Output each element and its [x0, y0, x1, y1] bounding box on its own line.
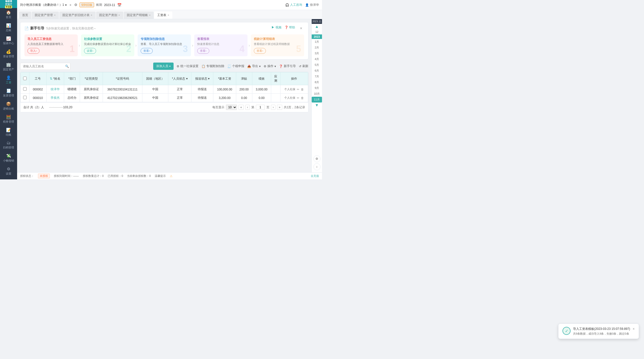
settings-cog-icon[interactable]: ⚙ — [74, 3, 77, 7]
search-icon-btn[interactable]: 🔍 — [65, 65, 69, 68]
ai-service-btn[interactable]: 🎧 人工咨询 — [285, 3, 302, 7]
step3-number: 3 — [183, 44, 188, 54]
tax-declare-action[interactable]: 🧾 个税申报 — [227, 63, 244, 70]
sidebar-item-guide[interactable]: 📖 新手引导 — [0, 178, 17, 179]
tab-home[interactable]: 首页 — [19, 12, 31, 19]
calendar-month-1[interactable]: 1月 — [312, 39, 322, 45]
calendar-month-7[interactable]: 7月 — [312, 74, 322, 79]
version-switch-button[interactable]: 切到旧版 — [79, 3, 94, 7]
first-page-btn[interactable]: « — [238, 105, 244, 110]
sidebar-item-assets[interactable]: 🏢 固定资产 — [0, 60, 17, 73]
calendar-month-9[interactable]: 9月 — [312, 85, 322, 91]
per-page-select[interactable]: 10 20 50 — [226, 105, 237, 110]
sidebar-item-ledger[interactable]: 📊 总账 — [0, 21, 17, 34]
step4-btn[interactable]: 查看› — [197, 48, 209, 54]
special-deduction-action[interactable]: 📋 专项附加扣除 — [202, 63, 224, 70]
footer-dash3: -- — [53, 106, 55, 109]
step3-btn[interactable]: 查看› — [141, 48, 153, 54]
assets-icon: 🏢 — [6, 62, 11, 67]
tab-assets-ledger[interactable]: 固定资产明细账 × — [124, 12, 154, 19]
export-action[interactable]: 📤 导出 ▾ — [247, 63, 261, 70]
sidebar-item-payroll[interactable]: 👤 工资 — [0, 73, 17, 86]
footer-total: 合计 共（2）人 — [23, 105, 44, 110]
sidebar-item-archive[interactable]: 🗂 归档管理 — [0, 139, 17, 151]
social-insurance-action[interactable]: ⚙ 统一社保设置 — [177, 63, 198, 70]
row1-social-ins-btn[interactable]: 个人社保 — [284, 87, 295, 91]
step2-btn[interactable]: 设置› — [84, 48, 96, 54]
sidebar-item-stock[interactable]: 📦 进销台账 — [0, 99, 17, 113]
row1-select[interactable] — [23, 87, 27, 91]
sidebar-item-settings[interactable]: ⚙ 设置 — [0, 165, 17, 178]
refresh-action[interactable]: ↺ 刷新 — [299, 63, 308, 70]
calendar-icon[interactable]: 📅 — [117, 3, 122, 7]
tab-assets-category-label: 固定资产类别 — [99, 13, 117, 17]
guide-action[interactable]: ❓ 新手引导 — [279, 63, 296, 70]
calendar-month-8[interactable]: 8月 — [312, 79, 322, 85]
payroll-table: 工号 ⇅ *姓名 *部门 *证照类型 *证照号码 国籍（地区） *人员状态 ▾ … — [20, 72, 308, 102]
tab-home-label: 首页 — [22, 13, 28, 17]
calendar-month-12[interactable]: 12 — [312, 29, 322, 34]
tab-assets-manage[interactable]: 固定资产管理 × — [32, 12, 59, 19]
sidebar-item-reports[interactable]: 📈 报表中心 — [0, 34, 17, 47]
guide-help-btn[interactable]: ❓ 帮助 — [285, 25, 295, 31]
prev-page-btn[interactable]: ‹ — [245, 105, 250, 110]
guide-video-btn[interactable]: ▶ 视频 — [271, 25, 281, 31]
tab-assets-category[interactable]: 固定资产类别 × — [96, 12, 123, 19]
calendar-up-btn[interactable]: ▲ — [314, 24, 319, 29]
search-input[interactable] — [20, 63, 70, 70]
tab-depreciation[interactable]: 固定资产折旧统计表 × — [59, 12, 96, 19]
col-subsidy: 津贴 — [236, 72, 252, 85]
step5-title: 税款计算明细表 — [254, 37, 301, 41]
sidebar-item-expense[interactable]: 💸 小畅报销 — [0, 151, 17, 165]
last-page-btn[interactable]: » — [277, 105, 282, 110]
tab-depreciation-close[interactable]: × — [91, 14, 93, 17]
user-profile-btn[interactable]: 👤 徐泽华 — [305, 3, 319, 7]
row1-delete-icon[interactable]: 🗑 — [301, 88, 304, 91]
calendar-month-11[interactable]: 11月 — [312, 97, 322, 102]
tab-assets-ledger-close[interactable]: × — [149, 14, 151, 17]
calendar-month-3[interactable]: 3月 — [312, 50, 322, 56]
period-value: 2023-11 — [104, 3, 115, 7]
select-all-checkbox[interactable] — [23, 77, 27, 80]
sidebar-item-close[interactable]: 📝 结账 — [0, 126, 17, 139]
calendar-down-btn[interactable]: ▼ — [314, 102, 319, 108]
calendar-tool-1[interactable]: ⚙ — [313, 155, 320, 162]
tab-assets-category-close[interactable]: × — [118, 14, 120, 17]
sidebar-item-home[interactable]: 🏠 首页 — [0, 8, 17, 21]
calendar-month-5[interactable]: 5月 — [312, 62, 322, 68]
step4-title: 查看报表 — [197, 37, 245, 41]
add-account-icon[interactable]: ＋ — [69, 3, 72, 7]
count-info: 授权数量总计：0 — [83, 174, 104, 178]
sidebar-item-finance[interactable]: 💰 资金管理 — [0, 47, 17, 60]
calendar-month-10[interactable]: 10月 — [312, 91, 322, 97]
calendar-tools: ⚙ ↕ — [312, 154, 322, 172]
page-total: 共1页，2条记录 — [284, 105, 305, 110]
go-auth-link[interactable]: 去充值 — [311, 174, 319, 178]
row1-edit-icon[interactable]: ✏ — [297, 88, 299, 91]
tab-assets-manage-close[interactable]: × — [54, 14, 56, 17]
operations-action[interactable]: ⚙ 操作 ▾ — [264, 63, 276, 70]
row1-status: 正常 — [168, 85, 191, 94]
next-page-btn[interactable]: › — [271, 105, 275, 110]
step5-btn[interactable]: 查看› — [254, 48, 266, 54]
row2-delete-icon[interactable]: 🗑 — [301, 96, 304, 100]
row2-social-ins-btn[interactable]: 个人社保 — [284, 96, 295, 100]
account-selector[interactable]: 刘小艳演示账套（勿删勿动！）1 ▾ — [20, 3, 67, 7]
step2-title: 社保参数设置 — [84, 37, 131, 41]
add-employee-button[interactable]: 添加人员 ▾ — [153, 63, 174, 70]
page-number-input[interactable] — [256, 105, 265, 110]
row2-select[interactable] — [23, 96, 27, 99]
tab-payroll[interactable]: 工资表 × — [154, 12, 172, 19]
calendar-month-4[interactable]: 4月 — [312, 56, 322, 62]
calendar-month-6[interactable]: 6月 — [312, 68, 322, 74]
guide-close-btn[interactable]: × — [298, 25, 304, 31]
calendar-month-2[interactable]: 2月 — [312, 45, 322, 50]
sidebar-item-invoice[interactable]: 🧾 发票管理 — [0, 86, 17, 99]
step1-btn[interactable]: 导入› — [27, 48, 39, 54]
calendar-tool-2[interactable]: ↕ — [313, 163, 320, 170]
row2-edit-icon[interactable]: ✏ — [297, 96, 299, 100]
tab-payroll-close[interactable]: × — [167, 14, 169, 17]
row2-name-link[interactable]: 李俊杰 — [51, 96, 60, 99]
row1-name-link[interactable]: 徐泽华 — [51, 87, 60, 91]
sidebar-item-tax[interactable]: 🧮 税务管理 — [0, 113, 17, 126]
